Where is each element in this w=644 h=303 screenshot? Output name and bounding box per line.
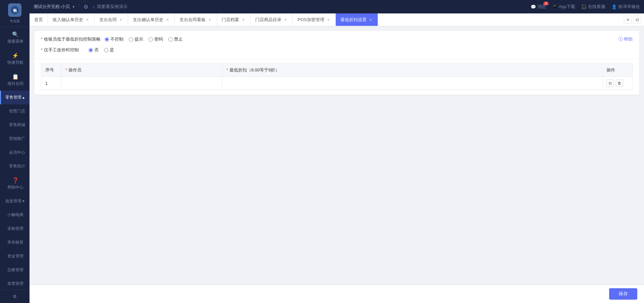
tab-home[interactable]: 首页: [30, 13, 48, 26]
tab-close-all-btn[interactable]: ✕: [624, 16, 632, 24]
help-link[interactable]: ⓘ 帮助: [619, 36, 633, 42]
chevron-up-icon: ▲: [22, 96, 25, 99]
tab-label: 支出合同看板: [179, 17, 206, 23]
tab-min-discount[interactable]: 最低折扣设置 ×: [336, 13, 378, 26]
online-service-btn[interactable]: 🎧 在线客服: [581, 4, 605, 10]
help-circle-icon: ⓘ: [619, 36, 623, 42]
topbar: 测试分开完程-小贝 ▼ ⚙ ○ 我要看实例演示 💬 消息 8 📱 App下载 🎧…: [30, 0, 644, 13]
cell-operator[interactable]: [61, 77, 222, 90]
radio-forbid[interactable]: 禁止: [168, 36, 183, 42]
tab-payment-confirm-history[interactable]: 支出确认单历史 ×: [128, 13, 175, 26]
tab-menu-btn[interactable]: ⊟: [633, 16, 641, 24]
topbar-divider-1: [79, 3, 79, 10]
tab-store-archive[interactable]: 门店档案 ×: [217, 13, 251, 26]
sidebar-item-inventory[interactable]: 库存核算: [0, 236, 30, 249]
sidebar-item-label: 快捷导航: [7, 60, 23, 65]
tab-label: POS加密管理: [298, 17, 324, 23]
tab-label: 支出合同: [99, 17, 117, 23]
tab-pos-password[interactable]: POS加密管理 ×: [293, 13, 335, 26]
radio-yes-label: 是: [110, 47, 114, 53]
tab-close-btn[interactable]: ×: [241, 17, 246, 22]
table-row: 1 ⧉: [41, 77, 633, 90]
save-button[interactable]: 保存: [609, 288, 637, 300]
col-header-action: 操作: [602, 64, 633, 77]
sidebar-item-label: 批发管理: [5, 198, 21, 204]
app-download-btn[interactable]: 📱 App下载: [552, 4, 575, 10]
sidebar-item-project-contract[interactable]: 📋 项目合同: [0, 69, 30, 91]
tab-close-btn[interactable]: ×: [326, 17, 331, 22]
radio-remind[interactable]: 提示: [129, 36, 143, 42]
sidebar-item-invoice-mgmt[interactable]: 发票管理: [0, 277, 30, 290]
sidebar-item-smart-store[interactable]: 智慧门店: [0, 104, 30, 118]
help-icon: ❓: [12, 177, 19, 184]
project-selector[interactable]: 测试分开完程-小贝 ▼: [34, 4, 75, 10]
sidebar-item-member-center[interactable]: 会员中心: [0, 146, 30, 159]
tab-payment-board[interactable]: 支出合同看板 ×: [175, 13, 217, 26]
close-icon: ✕: [626, 17, 630, 22]
manual-price-label: * 仅手工改价时控制: [41, 47, 85, 53]
cell-action: ⧉ 🗑: [602, 77, 633, 90]
tab-close-btn[interactable]: ×: [165, 17, 170, 22]
cell-min-discount[interactable]: [222, 77, 602, 90]
messages-btn[interactable]: 💬 消息 8: [531, 4, 546, 10]
chevron-down-icon: ▼: [22, 199, 25, 203]
sidebar-item-online-store[interactable]: 零售商城: [0, 118, 30, 132]
sidebar-item-fund-mgmt[interactable]: 资金管理: [0, 249, 30, 263]
copy-row-btn[interactable]: ⧉: [606, 80, 614, 87]
contract-icon: 📋: [12, 73, 19, 80]
table-section: 序号 * 操作员 * 最低折扣（9.00等于9折） 操作: [34, 59, 639, 95]
sidebar-item-label: 搜索菜单: [7, 39, 23, 44]
tab-close-btn[interactable]: ×: [208, 17, 212, 22]
sidebar: 畅 专业版 🔍 搜索菜单 ⚡ 快捷导航 📋 项目合同 零售管理 ▲ 智慧门店 零…: [0, 0, 30, 303]
tabs-end-controls: ✕ ⊟: [621, 16, 644, 24]
sidebar-item-search[interactable]: 🔍 搜索菜单: [0, 27, 30, 48]
topbar-demo-btn[interactable]: ○ 我要看实例演示: [92, 4, 127, 10]
tab-close-btn[interactable]: ×: [283, 17, 288, 22]
radio-no-control[interactable]: 不控制: [105, 36, 123, 42]
user-label: 徐泽华修改: [618, 4, 640, 10]
settings-icon: ⚙: [13, 294, 17, 299]
app-logo-icon: 畅: [8, 3, 21, 17]
radio-yes[interactable]: 是: [104, 47, 114, 53]
tab-close-btn[interactable]: ×: [85, 17, 90, 22]
sidebar-item-retail-mgmt[interactable]: 零售管理 ▲: [0, 91, 30, 104]
message-icon: 💬: [531, 4, 536, 9]
operator-input[interactable]: [65, 81, 218, 86]
svg-text:畅: 畅: [13, 8, 17, 12]
sidebar-item-label: 项目合同: [7, 81, 23, 87]
radio-no[interactable]: 否: [89, 47, 99, 53]
sidebar-item-ecommerce[interactable]: 小畅电商: [0, 208, 30, 222]
gear-icon: ⚙: [84, 4, 88, 10]
sidebar-item-marketing[interactable]: 营销推广: [0, 132, 30, 146]
radio-forbid-label: 禁止: [174, 36, 183, 42]
sidebar-item-wholesale-mgmt[interactable]: 批发管理 ▼: [0, 194, 30, 208]
delete-row-btn[interactable]: 🗑: [616, 80, 623, 87]
tab-close-btn[interactable]: ×: [119, 17, 123, 22]
sidebar-item-label: 智慧门店: [9, 108, 25, 114]
user-profile-btn[interactable]: 👤 徐泽华修改: [611, 4, 640, 10]
radio-password[interactable]: 密码: [149, 36, 163, 42]
sidebar-item-label: 营销推广: [9, 136, 25, 142]
min-discount-input[interactable]: [226, 81, 598, 86]
sidebar-item-shortcut[interactable]: ⚡ 快捷导航: [0, 48, 30, 69]
topbar-settings-btn[interactable]: ⚙: [84, 4, 88, 10]
tab-income-history[interactable]: 收入确认单历史 ×: [48, 13, 95, 26]
radio-no-control-label: 不控制: [110, 36, 123, 42]
tab-store-product-catalog[interactable]: 门店商品目录 ×: [251, 13, 293, 26]
sidebar-item-label: 帮助中心: [7, 185, 23, 190]
tab-close-btn[interactable]: ×: [369, 17, 373, 22]
tab-payment-contract[interactable]: 支出合同 ×: [95, 13, 128, 26]
sidebar-item-general-ledger[interactable]: 总账管理: [0, 263, 30, 277]
sidebar-item-purchase-mgmt[interactable]: 采购管理: [0, 222, 30, 236]
sidebar-item-help-center[interactable]: ❓ 帮助中心: [0, 173, 30, 194]
required-star: *: [226, 67, 228, 72]
manual-price-row: * 仅手工改价时控制 否 是: [41, 47, 633, 53]
required-star: *: [65, 67, 67, 72]
discount-policy-row: * * 收银员低于最低折扣控制策略 收银员低于最低折扣控制策略 不控制 提示: [41, 36, 633, 42]
discount-table: 序号 * 操作员 * 最低折扣（9.00等于9折） 操作: [41, 63, 633, 90]
topbar-right: 💬 消息 8 📱 App下载 🎧 在线客服 👤 徐泽华修改: [531, 4, 640, 10]
sidebar-item-label: 小畅电商: [7, 212, 23, 218]
main-card: * * 收银员低于最低折扣控制策略 收银员低于最低折扣控制策略 不控制 提示: [34, 31, 639, 95]
sidebar-item-retail-stats[interactable]: 零售统计: [0, 159, 30, 173]
sidebar-settings[interactable]: ⚙: [0, 290, 30, 303]
